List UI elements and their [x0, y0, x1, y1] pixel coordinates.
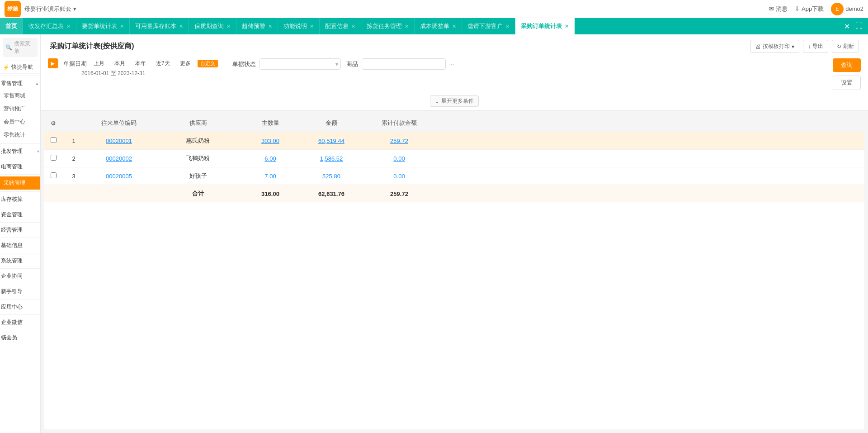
divider12	[0, 299, 40, 300]
expand-more-button[interactable]: ⌄ 展开更多条件	[430, 95, 479, 107]
row-code[interactable]: 00020001	[85, 132, 153, 150]
shortcut-7days[interactable]: 近7天	[153, 58, 173, 69]
search-menu-button[interactable]: 🔍 搜索菜单	[3, 38, 38, 57]
row-paid[interactable]: 259.72	[365, 132, 433, 150]
workspace-selector[interactable]: 母婴行业演示账套 ▾	[24, 5, 76, 13]
footer-paid: 259.72	[365, 185, 433, 203]
sidebar-section-ecom[interactable]: 电商管理	[0, 161, 40, 172]
sidebar-section-corpwechat[interactable]: 企业微信	[0, 317, 40, 328]
row-checkbox[interactable]	[51, 172, 57, 178]
row-qty[interactable]: 303.00	[243, 132, 297, 150]
app-download-button[interactable]: ⇩ App下载	[795, 5, 824, 13]
tab-chaochuu-close[interactable]: ✕	[268, 24, 272, 29]
row-code[interactable]: 00020002	[85, 150, 153, 167]
query-button[interactable]: 查询	[833, 58, 861, 72]
user-menu[interactable]: E demo2	[831, 3, 863, 15]
tab-baoqi-close[interactable]: ✕	[226, 24, 231, 29]
tab-shoufax[interactable]: 收发存汇总表 ✕	[23, 18, 76, 34]
tab-yaohuo-close[interactable]: ✕	[120, 24, 124, 29]
sidebar-item-purchase[interactable]: 采购管理	[0, 176, 40, 190]
sidebar-section-basic[interactable]: 基础信息	[0, 240, 40, 251]
row-check[interactable]	[44, 167, 62, 185]
shortcut-this-year[interactable]: 本年	[132, 58, 149, 69]
tab-baoqi[interactable]: 保质期查询 ✕	[189, 18, 236, 34]
sidebar-section-inventory[interactable]: 库存核算	[0, 194, 40, 205]
tab-chaochuu[interactable]: 超储预警 ✕	[236, 18, 278, 34]
tab-yaoqing[interactable]: 邀请下游客户 ✕	[462, 18, 515, 34]
row-idx: 1	[62, 132, 85, 150]
filter-toggle[interactable]: ►	[48, 58, 58, 68]
tab-chengben-close[interactable]: ✕	[452, 24, 456, 29]
sidebar-section-appcenter[interactable]: 应用中心	[0, 301, 40, 313]
tab-caigou[interactable]: 采购订单统计表 ✕	[515, 18, 575, 34]
tab-caigou-close[interactable]: ✕	[565, 24, 569, 29]
sidebar-section-finance[interactable]: 资金管理	[0, 209, 40, 220]
status-select[interactable]	[259, 58, 341, 70]
tab-kuyun-close[interactable]: ✕	[179, 24, 183, 29]
tab-peizhi[interactable]: 配置信息 ✕	[320, 18, 361, 34]
tab-gongneng-close[interactable]: ✕	[310, 24, 314, 29]
message-button[interactable]: ✉ 消息	[769, 5, 788, 13]
sidebar-section-retail[interactable]: 零售管理 ▲	[0, 78, 40, 89]
sidebar-item-retail-member[interactable]: 会员中心	[0, 115, 40, 128]
row-code[interactable]: 00020005	[85, 167, 153, 185]
divider9	[0, 253, 40, 253]
search-label: 搜索菜单	[14, 40, 35, 55]
tab-pihuo[interactable]: 拣货任务管理 ✕	[361, 18, 415, 34]
sidebar-item-retail-store[interactable]: 零售商城	[0, 89, 40, 102]
col-settings[interactable]: ⚙	[44, 114, 62, 132]
row-qty[interactable]: 7.00	[243, 167, 297, 185]
tab-pihuo-close[interactable]: ✕	[405, 24, 409, 29]
divider11	[0, 284, 40, 284]
row-check[interactable]	[44, 132, 62, 150]
tab-chengben[interactable]: 成本调整单 ✕	[415, 18, 462, 34]
row-paid[interactable]: 0.00	[365, 150, 433, 167]
sidebar-item-quicknav[interactable]: ⚡ 快捷导航	[0, 61, 40, 74]
sidebar-item-retail-promote[interactable]: 营销推广	[0, 102, 40, 115]
sidebar-item-retail-stat[interactable]: 零售统计	[0, 128, 40, 142]
refresh-button[interactable]: ↻ 刷新	[832, 40, 859, 53]
sidebar-section-newguide[interactable]: 新手引导	[0, 286, 40, 297]
tab-yaoqing-close[interactable]: ✕	[505, 24, 509, 29]
sidebar-section-system[interactable]: 系统管理	[0, 255, 40, 266]
tab-shoufax-close[interactable]: ✕	[66, 24, 71, 29]
content: 采购订单统计表(按供应商) 🖨 按模板打印 ▾ ↓ 导出 ↻ 刷新	[41, 34, 868, 433]
top-bar-left: 标题 母婴行业演示账套 ▾	[5, 1, 76, 17]
sidebar-section-vip[interactable]: 畅会员	[0, 332, 40, 343]
sidebar-search[interactable]: 🔍 搜索菜单	[0, 34, 40, 61]
tab-home[interactable]: 首页	[0, 18, 23, 34]
tab-pihuo-label: 拣货任务管理	[367, 22, 402, 30]
row-check[interactable]	[44, 150, 62, 167]
refresh-label: 刷新	[843, 43, 854, 50]
sidebar-section-enterprise[interactable]: 企业协同	[0, 271, 40, 282]
print-button[interactable]: 🖨 按模板打印 ▾	[750, 40, 799, 53]
footer-extra	[433, 185, 864, 203]
row-amount[interactable]: 60,519.44	[297, 132, 365, 150]
row-paid[interactable]: 0.00	[365, 167, 433, 185]
page-header-section: 采购订单统计表(按供应商) 🖨 按模板打印 ▾ ↓ 导出 ↻ 刷新	[41, 34, 868, 111]
settings-button[interactable]: 设置	[833, 76, 861, 90]
sidebar: 🔍 搜索菜单 ⚡ 快捷导航 零售管理 ▲ 零售商城 营销推广 会员中心 零售统计…	[0, 34, 41, 433]
sidebar-section-operation[interactable]: 经营管理	[0, 224, 40, 236]
tab-yaohuo[interactable]: 要货单统计表 ✕	[76, 18, 130, 34]
row-checkbox[interactable]	[51, 155, 57, 161]
sidebar-section-wholesale[interactable]: 批发管理 ▾	[0, 146, 40, 157]
status-label: 单据状态	[232, 60, 256, 68]
export-button[interactable]: ↓ 导出	[803, 40, 828, 53]
row-qty[interactable]: 6.00	[243, 150, 297, 167]
row-checkbox[interactable]	[51, 137, 57, 143]
row-amount[interactable]: 1,586.52	[297, 150, 365, 167]
tab-kuyun[interactable]: 可用量库存账本 ✕	[130, 18, 189, 34]
tab-maximize-btn[interactable]: ⛶	[854, 21, 864, 31]
goods-more-icon[interactable]: ···	[449, 61, 454, 67]
shortcut-last-month[interactable]: 上月	[90, 58, 108, 69]
divider6	[0, 207, 40, 207]
tab-peizhi-close[interactable]: ✕	[351, 24, 355, 29]
shortcut-this-month[interactable]: 本月	[111, 58, 128, 69]
goods-input[interactable]	[362, 58, 446, 70]
row-amount[interactable]: 525.80	[297, 167, 365, 185]
username: demo2	[845, 5, 863, 12]
tab-gongneng[interactable]: 功能说明 ✕	[278, 18, 320, 34]
shortcut-more[interactable]: 更多	[177, 58, 194, 69]
tab-close-btn[interactable]: ✕	[842, 21, 852, 32]
